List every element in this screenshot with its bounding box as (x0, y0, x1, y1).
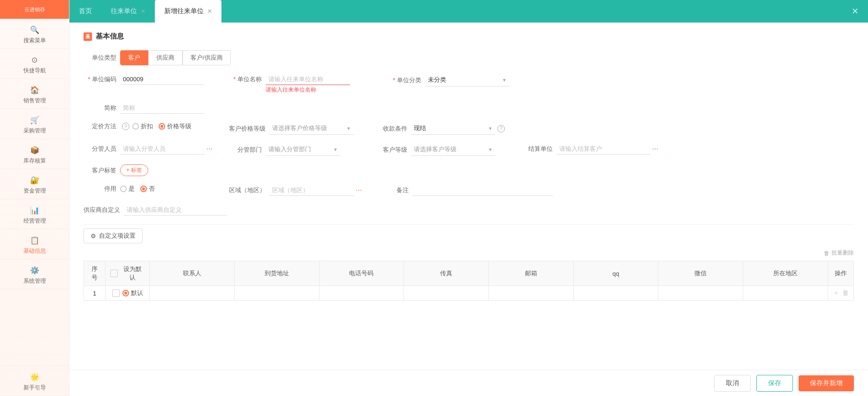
col-fax: 传真 (404, 261, 489, 286)
customer-price-level-select[interactable]: 请选择客户价格等级 ▼ (269, 122, 354, 135)
region-input[interactable] (269, 185, 354, 196)
sidebar-item-sales[interactable]: 🏠 销售管理 (0, 79, 69, 109)
customer-level-group: 客户等级 请选择客户等级 ▼ (374, 143, 506, 156)
pricing-help-icon[interactable]: ? (122, 123, 129, 130)
finance-icon: 🔐 (30, 175, 40, 185)
settlement-unit-input[interactable] (556, 143, 650, 155)
short-name-label: 简称 (84, 104, 116, 112)
customer-tag-row: 客户标签 + 标签 (84, 164, 854, 176)
unit-type-supplier[interactable]: 供应商 (148, 50, 183, 65)
inventory-icon: 📦 (30, 145, 40, 155)
disabled-yes[interactable]: 是 (120, 185, 135, 193)
payment-terms-select[interactable]: 现结 ▼ (411, 122, 495, 135)
add-tag-button[interactable]: + 标签 (120, 164, 148, 176)
row-wechat[interactable] (658, 286, 743, 301)
row-address[interactable] (234, 286, 319, 301)
pricing-level[interactable]: 价格等级 (159, 122, 191, 131)
pricing-discount[interactable]: 折扣 (132, 122, 153, 131)
sidebar-item-operations[interactable]: 📊 经营管理 (0, 199, 69, 229)
tab-home[interactable]: 首页 (69, 0, 101, 23)
custom-settings-button[interactable]: ⚙ 自定义项设置 (84, 228, 143, 243)
short-name-input[interactable] (120, 102, 205, 114)
disabled-no-radio[interactable] (140, 186, 147, 192)
tab-partners[interactable]: 往来单位 ✕ (101, 0, 155, 23)
manager-input[interactable] (120, 143, 205, 155)
region-table-input[interactable] (748, 290, 823, 297)
payment-terms-help-icon[interactable]: ? (497, 125, 505, 132)
section-icon: 基 (84, 32, 92, 41)
table-row: 1 默认 (84, 286, 854, 301)
unit-name-input[interactable] (266, 74, 350, 85)
region-group: 区域（地区） ··· (229, 185, 362, 196)
customer-tag-group: 客户标签 + 标签 (84, 164, 215, 176)
row-region[interactable] (743, 286, 828, 301)
tab-new-partner[interactable]: 新增往来单位 ✕ (155, 0, 221, 23)
row-qq[interactable] (573, 286, 658, 301)
manager-more[interactable]: ··· (206, 145, 213, 153)
sidebar-item-base-info[interactable]: 📋 基础信息 (0, 229, 69, 259)
tab-bar: 首页 往来单位 ✕ 新增往来单位 ✕ ✕ (69, 0, 868, 23)
settlement-unit-more[interactable]: ··· (652, 145, 658, 153)
qq-input[interactable] (579, 290, 654, 297)
pricing-level-radio[interactable] (159, 123, 165, 130)
email-input[interactable] (494, 290, 569, 297)
col-address: 到货地址 (234, 261, 319, 286)
search-icon: 🔍 (30, 24, 40, 35)
row-contact[interactable] (150, 286, 235, 301)
add-row-icon[interactable]: ＋ (833, 289, 839, 297)
unit-type-row: 单位类型 客户 供应商 客户/供应商 (84, 50, 854, 65)
sidebar-item-quick-nav[interactable]: ⊙ 快捷导航 (0, 49, 69, 79)
row-phone[interactable] (319, 286, 404, 301)
cancel-button[interactable]: 取消 (714, 375, 751, 392)
payment-terms-chevron: ▼ (488, 126, 493, 131)
unit-type-customer[interactable]: 客户 (120, 50, 148, 65)
disabled-yes-radio[interactable] (120, 186, 127, 192)
supplier-custom-input[interactable] (124, 204, 227, 216)
address-input[interactable] (239, 290, 314, 297)
wechat-input[interactable] (663, 290, 738, 297)
manager-row: 分管人员 ··· 分管部门 请输入分管部门 ▼ 客户等级 请选择客户等级 ▼ 结… (84, 143, 854, 156)
default-radio-circle[interactable] (122, 290, 129, 296)
tab-bar-close[interactable]: ✕ (852, 6, 859, 16)
col-email: 邮箱 (488, 261, 573, 286)
divider (84, 224, 854, 225)
sidebar-item-finance[interactable]: 🔐 资金管理 (0, 169, 69, 199)
sidebar-item-system[interactable]: ⚙️ 系统管理 (0, 259, 69, 289)
settlement-unit-group: 结算单位 ··· (520, 143, 658, 155)
sidebar-item-guide[interactable]: 🌟 新手引导 (0, 365, 69, 396)
customer-level-select[interactable]: 请选择客户等级 ▼ (411, 143, 495, 156)
pricing-discount-radio[interactable] (132, 123, 139, 130)
phone-input[interactable] (324, 290, 399, 297)
sidebar-item-search[interactable]: 🔍 搜索菜单 (0, 19, 69, 49)
unit-code-label: 单位编码 (84, 75, 116, 84)
unit-code-input[interactable] (120, 74, 205, 85)
region-more[interactable]: ··· (356, 186, 362, 194)
row-default-radio[interactable]: 默认 (122, 289, 143, 297)
unit-category-select[interactable]: 未分类 ▼ (425, 74, 510, 86)
code-name-category-row: 单位编码 单位名称 请输入往来单位名称 单位分类 未分类 ▼ (84, 74, 854, 94)
fax-input[interactable] (409, 290, 484, 297)
select-all-checkbox[interactable] (110, 270, 118, 277)
customer-level-label: 客户等级 (374, 146, 407, 154)
tab-partners-close[interactable]: ✕ (141, 8, 145, 15)
sidebar-item-inventory[interactable]: 📦 库存核算 (0, 139, 69, 169)
row-email[interactable] (488, 286, 573, 301)
contact-input[interactable] (154, 290, 229, 297)
customer-price-level-chevron: ▼ (346, 126, 351, 131)
unit-code-group: 单位编码 (84, 74, 215, 85)
delete-row-icon[interactable]: 🗑 (842, 289, 849, 297)
supplier-custom-label: 供应商自定义 (84, 206, 120, 214)
pricing-method-label: 定价方法 (84, 122, 116, 131)
row-checkbox[interactable] (112, 289, 120, 297)
department-select[interactable]: 请输入分管部门 ▼ (266, 143, 341, 156)
sidebar-item-purchase[interactable]: 🛒 采购管理 (0, 109, 69, 139)
row-fax[interactable] (404, 286, 489, 301)
tab-new-partner-close[interactable]: ✕ (207, 8, 212, 15)
unit-type-both[interactable]: 客户/供应商 (183, 50, 231, 65)
remark-input[interactable] (412, 185, 553, 196)
region-label: 区域（地区） (229, 186, 266, 194)
disabled-no[interactable]: 否 (140, 185, 155, 193)
save-new-button[interactable]: 保存并新增 (799, 375, 854, 391)
batch-delete-button[interactable]: 🗑 批量删除 (824, 249, 854, 257)
save-button[interactable]: 保存 (756, 375, 793, 392)
